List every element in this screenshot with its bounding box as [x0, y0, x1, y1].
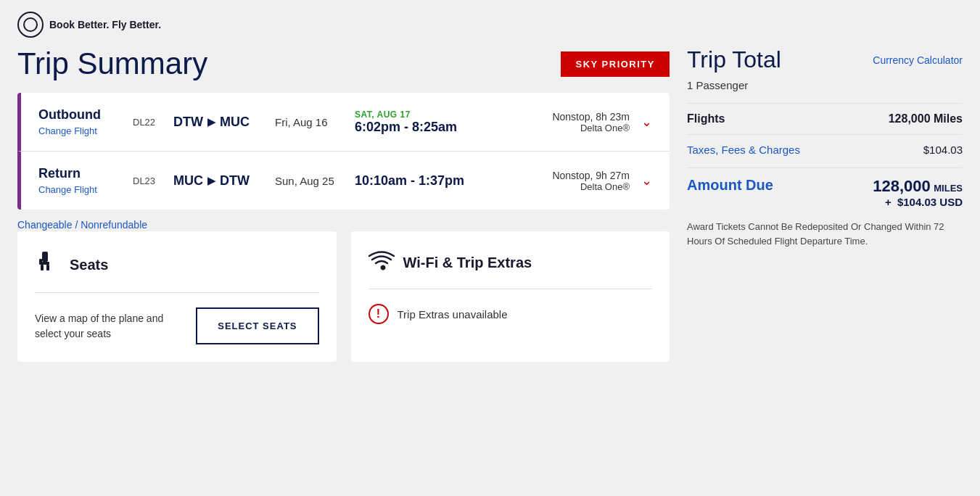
amount-due-row: Amount Due 128,000 MILES + $104.03 USD: [687, 177, 963, 208]
seats-card-header: Seats: [35, 249, 319, 293]
cards-row: Seats View a map of the plane and select…: [17, 231, 670, 362]
svg-rect-3: [46, 265, 49, 270]
miles-row: 128,000 MILES: [873, 177, 963, 196]
seats-description: View a map of the plane and select your …: [35, 311, 178, 342]
return-flight-number: DL23: [133, 175, 162, 186]
return-flight-row: Return Change Flight DL23 MUC ▶ DTW Sun,…: [17, 151, 670, 210]
passenger-count: 1 Passenger: [687, 79, 963, 91]
page-title: Trip Summary: [17, 46, 207, 81]
amount-due-label: Amount Due: [687, 177, 773, 194]
flights-label: Flights: [687, 112, 725, 125]
seats-content: View a map of the plane and select your …: [35, 307, 319, 344]
outbound-arrival-date: SAT, AUG 17: [355, 109, 499, 120]
taxes-summary-line: Taxes, Fees & Charges $104.03: [687, 134, 963, 165]
seat-icon: [35, 249, 61, 281]
return-nonstop: Nonstop, 9h 27m: [499, 170, 630, 181]
outbound-cabin: Delta One®: [499, 123, 630, 133]
usd-unit: USD: [939, 196, 963, 208]
svg-rect-2: [41, 265, 44, 270]
outbound-origin: DTW: [173, 115, 203, 130]
outbound-destination: MUC: [220, 115, 250, 130]
flights-container: Outbound Change Flight DL22 DTW ▶ MUC Fr…: [17, 93, 670, 210]
return-change-flight-link[interactable]: Change Flight: [38, 184, 133, 195]
return-type: Return: [38, 166, 81, 181]
right-panel: Trip Total Currency Calculator 1 Passeng…: [687, 46, 963, 248]
outbound-nonstop-col: Nonstop, 8h 23m Delta One®: [499, 111, 630, 133]
outbound-time-col: SAT, AUG 17 6:02pm - 8:25am: [355, 109, 499, 135]
sky-priority-badge[interactable]: SKY PRIORITY: [561, 51, 670, 77]
return-cabin: Delta One®: [499, 181, 630, 192]
usd-amount: $104.03: [897, 196, 936, 208]
trip-total-title: Trip Total: [687, 46, 781, 73]
seats-card-title: Seats: [70, 257, 108, 273]
outbound-arrow: ▶: [207, 116, 215, 128]
outbound-chevron-button[interactable]: ⌄: [641, 114, 652, 130]
taxes-value: $104.03: [923, 144, 963, 156]
left-panel: Trip Summary SKY PRIORITY Outbound Chang…: [17, 46, 670, 362]
return-time-range: 10:10am - 1:37pm: [355, 173, 499, 189]
main-layout: Trip Summary SKY PRIORITY Outbound Chang…: [17, 46, 963, 362]
currency-calculator-link[interactable]: Currency Calculator: [873, 54, 963, 66]
return-origin: MUC: [173, 173, 203, 189]
outbound-time-range: 6:02pm - 8:25am: [355, 120, 499, 135]
top-bar: Book Better. Fly Better.: [17, 12, 963, 38]
flights-summary-line: Flights 128,000 Miles: [687, 103, 963, 134]
brand-tagline: Book Better. Fly Better.: [49, 19, 161, 30]
unavailable-text: Trip Extras unavailable: [398, 308, 508, 321]
page-title-row: Trip Summary SKY PRIORITY: [17, 46, 670, 81]
select-seats-button[interactable]: SELECT SEATS: [196, 307, 318, 344]
outbound-route: DTW ▶ MUC: [173, 115, 275, 130]
miles-unit: MILES: [934, 183, 963, 194]
seats-card: Seats View a map of the plane and select…: [17, 231, 337, 362]
return-date: Sun, Aug 25: [275, 175, 355, 187]
miles-amount: 128,000: [873, 177, 931, 195]
return-label-col: Return Change Flight: [38, 166, 133, 195]
amount-due-values: 128,000 MILES + $104.03 USD: [873, 177, 963, 208]
flights-value: 128,000 Miles: [889, 112, 963, 125]
outbound-change-flight-link[interactable]: Change Flight: [38, 125, 133, 136]
svg-rect-4: [39, 259, 42, 265]
unavailable-icon: !: [368, 304, 389, 324]
taxes-label: Taxes, Fees & Charges: [687, 144, 800, 156]
amount-due-section: Amount Due 128,000 MILES + $104.03 USD: [687, 168, 963, 208]
wifi-card-header: Wi-Fi & Trip Extras: [368, 249, 653, 289]
return-nonstop-col: Nonstop, 9h 27m Delta One®: [499, 170, 630, 192]
plus-sign: +: [885, 196, 892, 208]
wifi-card: Wi-Fi & Trip Extras ! Trip Extras unavai…: [351, 231, 670, 362]
outbound-type: Outbound: [38, 107, 101, 122]
outbound-flight-row: Outbound Change Flight DL22 DTW ▶ MUC Fr…: [17, 93, 670, 151]
wifi-content: ! Trip Extras unavailable: [368, 304, 653, 324]
outbound-flight-number: DL22: [133, 117, 162, 128]
usd-row: + $104.03 USD: [873, 196, 963, 208]
outbound-date: Fri, Aug 16: [275, 116, 355, 128]
wifi-icon: [368, 249, 395, 277]
changeable-link[interactable]: Changeable / Nonrefundable: [17, 219, 147, 231]
outbound-nonstop: Nonstop, 8h 23m: [499, 111, 630, 123]
logo-icon: [17, 12, 44, 38]
return-arrow: ▶: [207, 175, 215, 186]
return-time-col: 10:10am - 1:37pm: [355, 173, 499, 189]
return-destination: DTW: [220, 173, 250, 189]
trip-total-header: Trip Total Currency Calculator: [687, 46, 963, 73]
return-chevron-button[interactable]: ⌄: [641, 173, 652, 189]
return-route: MUC ▶ DTW: [173, 173, 275, 189]
svg-rect-0: [42, 252, 48, 262]
wifi-card-title: Wi-Fi & Trip Extras: [403, 255, 532, 271]
award-notice: Award Tickets Cannot Be Redeposited Or C…: [687, 220, 963, 248]
outbound-label-col: Outbound Change Flight: [38, 107, 133, 136]
